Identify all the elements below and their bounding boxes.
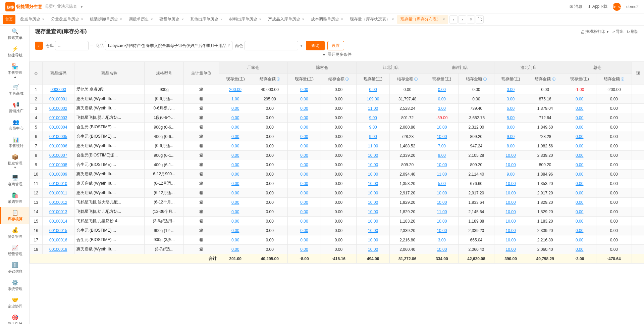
color-input[interactable] [245, 41, 298, 50]
print-btn[interactable]: 🖨 按模板打印 ▼ [581, 29, 609, 35]
tab-close-all-btn[interactable]: × [467, 15, 475, 24]
tab-close-fenpandian[interactable]: × [81, 17, 83, 21]
tab-kccunzhuangkuang[interactable]: 现存量（库存状况表） × [346, 15, 397, 24]
warehouse-input[interactable] [55, 41, 89, 50]
sidebar-item-retailstat[interactable]: 📊 零售统计 [0, 134, 29, 151]
sidebar-item-retailshop[interactable]: 🛒 零售商城 [0, 81, 29, 99]
cell-jiangbei-amt: 2,060.40 [390, 245, 425, 254]
sidebar-item-search[interactable]: 🔍 搜索英单 [0, 26, 29, 43]
cell-unit: 箱 [184, 217, 219, 226]
sidebar-item-inventory[interactable]: 📋 库存核算 [0, 207, 29, 224]
sidebar-item-collab[interactable]: 🤝 企业协同 [0, 294, 29, 312]
export-btn[interactable]: ↗ 导出 [612, 29, 624, 35]
sidebar-item-marketing[interactable]: 📢 营销推广 [0, 99, 29, 116]
tab-close-cbtiaozheng[interactable]: × [341, 17, 343, 21]
tab-diaob[interactable]: 调拨单历史 × [125, 15, 156, 24]
sidebar-item-quicknav[interactable]: ⚡ 快捷导航 [0, 43, 29, 60]
settings-gear-icon[interactable]: ⚙ [34, 71, 38, 76]
tab-prev-btn[interactable]: ‹ [449, 15, 458, 24]
tab-qitachuku[interactable]: 其他出库单历史 × [187, 15, 226, 24]
cell-nanan-qty: 10.00 [425, 132, 459, 141]
tab-chanpin[interactable]: 产成品入库单历史 × [265, 15, 308, 24]
total-amt-info-icon[interactable]: ⓘ [621, 77, 624, 81]
factory-amt-info-icon[interactable]: ⓘ [277, 77, 280, 81]
cell-jiangbei-amt: 2,917.20 [390, 188, 425, 198]
sidebar-item-ecommerce[interactable]: 🖥️ 电商管理 [0, 172, 29, 189]
color-dropdown-icon[interactable]: ▼ [300, 44, 303, 48]
tab-fullscreen-btn[interactable]: ⛶ [476, 15, 484, 24]
tab-next-btn[interactable]: › [458, 15, 466, 24]
cell-jiangbei-qty: 10.00 [357, 207, 390, 217]
tab-close-clchuku[interactable]: × [259, 17, 261, 21]
tab-pandian[interactable]: 盘点单历史 × [17, 15, 48, 24]
tab-close-chanpin[interactable]: × [302, 17, 304, 21]
tab-fenpandian[interactable]: 分量盘点单历史 × [48, 15, 87, 24]
table-container[interactable]: ⚙ 商品编码 商品名称 规格型号 主计量单位 厂家仓 陈村仓 江北门店 南岸门店… [30, 62, 644, 324]
table-row: 12 00100011 惠氏启赋 (Wyeth illu... (6-12月适.… [30, 188, 644, 198]
sidebar-item-member[interactable]: 👥 会员中心 [0, 116, 29, 134]
cell-total-qty: 0.00 [563, 179, 596, 188]
cell-current [632, 160, 644, 170]
refresh-btn[interactable]: ↻ 刷新 [627, 29, 639, 35]
cell-name: 飞鹤星飞帆 较大婴儿配... [74, 198, 145, 207]
expand-more-btn[interactable]: ▼ 展开更多条件 [35, 50, 639, 59]
th-factory: 厂家仓 [219, 62, 287, 74]
sidebar-item-guide[interactable]: 🎯 新手引导 [0, 312, 29, 324]
th-factory-amt: 结存金额 ⓘ [252, 74, 287, 85]
tab-kccunfenbu[interactable]: 现存量（库存分布表） × [397, 15, 448, 24]
cell-no: 13 [30, 198, 43, 207]
sidebar-item-ops[interactable]: 📈 经营管理 [0, 242, 29, 259]
warehouse-more-btn[interactable]: ··· [90, 44, 93, 48]
box-icon: 📦 [2, 154, 28, 160]
cell-chen-amt: 0.00 [321, 179, 356, 188]
cell-total-amt: 0.00 [596, 160, 632, 170]
appdown-btn[interactable]: ⬇ App下载 [588, 4, 607, 9]
yubei-amt-info-icon[interactable]: ⓘ [552, 77, 555, 81]
cell-chen-qty: 0.00 [288, 104, 321, 113]
cell-factory-qty: 0.00 [219, 132, 252, 141]
cell-total-amt: 0.00 [596, 198, 632, 207]
cell-yubei-amt: 1,353.20 [527, 179, 563, 188]
toggle-expand-btn[interactable]: › [35, 42, 43, 50]
tab-clchuku[interactable]: 材料出库单历史 × [226, 15, 265, 24]
tab-close-pandian[interactable]: × [42, 17, 44, 21]
sidebar-item-finance[interactable]: 💰 资金管理 [0, 224, 29, 242]
cell-nanan-amt: 0.00 [459, 94, 494, 104]
goods-input[interactable] [105, 41, 232, 50]
tab-close-qitachuku[interactable]: × [220, 17, 222, 21]
cell-unit: 箱 [184, 170, 219, 179]
tab-cbtiaozheng[interactable]: 成本调整单历史 × [308, 15, 346, 24]
messages-btn[interactable]: ✉ 消息 [570, 4, 582, 9]
cell-nanan-amt: 1,833.64 [459, 198, 494, 207]
chen-amt-info-icon[interactable]: ⓘ [345, 77, 349, 81]
tab-close-yaohuo[interactable]: × [181, 17, 183, 21]
tab-close-kccunfenbu[interactable]: × [443, 17, 445, 21]
sidebar-item-basic[interactable]: ℹ️ 基础信息 [0, 259, 29, 277]
sidebar-item-retail[interactable]: 🏪 零售管理 ▲ [0, 60, 29, 81]
settings-button[interactable]: 设置 [327, 41, 344, 50]
cell-code: 00100011 [42, 188, 74, 198]
th-settings[interactable]: ⚙ [30, 62, 43, 85]
th-yubei: 渝北门店 [494, 62, 563, 74]
tab-close-zuzhuang[interactable]: × [120, 17, 122, 21]
printer-icon: 🖨 [581, 30, 585, 34]
cell-code: 00100012 [42, 198, 74, 207]
tab-close-diaob[interactable]: × [151, 17, 153, 21]
cell-chen-qty: 0.00 [288, 132, 321, 141]
cell-yubei-amt: 1,849.60 [527, 123, 563, 132]
nanan-amt-info-icon[interactable]: ⓘ [483, 77, 487, 81]
cell-nanan-qty: 3.00 [425, 235, 459, 245]
query-button[interactable]: 查询 [306, 41, 325, 50]
jiangbei-amt-info-icon[interactable]: ⓘ [414, 77, 418, 81]
cell-spec: (6-12月适... [145, 179, 184, 188]
tab-zuzhuang[interactable]: 组装拆卸单历史 × [87, 15, 125, 24]
sidebar-item-purchase[interactable]: 🛍️ 采购管理 [0, 189, 29, 207]
tab-close-kccunzhuangkuang[interactable]: × [392, 17, 394, 21]
tab-home[interactable]: 首页 [3, 15, 15, 24]
avatar[interactable]: demo2 [613, 3, 621, 11]
cell-factory-qty: 0.00 [219, 198, 252, 207]
sidebar-item-system[interactable]: ⚙️ 系统管理 [0, 277, 29, 294]
sidebar-item-wholesale[interactable]: 📦 批发管理 ▼ [0, 151, 29, 172]
tab-yaohuo[interactable]: 要货单历史 × [156, 15, 187, 24]
cell-yubei-qty: 10.00 [494, 160, 527, 170]
